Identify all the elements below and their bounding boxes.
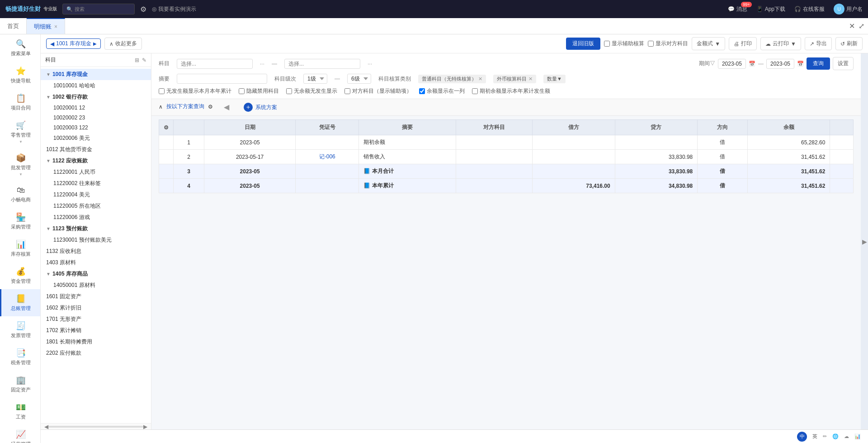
settings-icon[interactable]: ⚙ [140,5,146,14]
checkbox-opening-balance-input[interactable] [472,88,478,94]
tab-maximize-icon[interactable]: ⤢ [859,22,864,30]
nav-item-salary[interactable]: 💵 工资 [0,398,40,425]
app-download-btn[interactable]: 📱 App下载 [756,5,785,13]
account-selector[interactable]: ◀ 1001 库存现金 ▶ [46,38,101,49]
nav-item-wholesale[interactable]: 📦 批发管理 ▼ [0,148,40,181]
settings-col-icon[interactable]: ⚙ [164,124,169,131]
show-contra-checkbox[interactable] [648,41,654,47]
tree-item-1801[interactable]: 1801 长期待摊费用 [41,336,151,348]
voucher-link[interactable]: 记-006 [319,153,335,160]
period-calendar-icon-1[interactable]: 📅 [749,61,755,67]
tree-item-2202[interactable]: 2202 应付账款 [41,348,151,359]
query-btn[interactable]: 查询 [807,57,830,70]
globe-status-icon[interactable]: 🌐 [832,433,839,439]
table-row[interactable]: 32023-05📘 本月合计33,830.98借31,451.62 [159,164,854,179]
edit-status-icon[interactable]: ✏ [823,433,827,439]
tree-item-14050001[interactable]: 14050001 原材料 [41,280,151,291]
tree-item-1012[interactable]: 1012 其他货币资金 [41,144,151,155]
tree-item-1122[interactable]: ▼ 1122 应收账款 [41,155,151,167]
period-calendar-icon-2[interactable]: 📅 [797,61,804,67]
table-row[interactable]: 12023-05期初余额借65,282.60 [159,135,854,150]
export-btn[interactable]: ↗ 导出 [805,37,832,50]
nav-item-capital[interactable]: 💰 资金管理 [0,262,40,289]
online-service-btn[interactable]: 🎧 在线客服 [794,5,825,13]
notification-btn[interactable]: 💬 消息 99+ [728,5,747,13]
tree-item-10020001[interactable]: 10020001 12 [41,103,151,113]
settings-btn[interactable]: 设置 [833,57,854,70]
query-collapse-icon[interactable]: ◀ [224,103,229,111]
tree-item-1132[interactable]: 1132 应收利息 [41,246,151,257]
print-btn[interactable]: 🖨 打印 [729,37,757,50]
show-aux-checkbox[interactable] [604,41,610,47]
scroll-right-icon[interactable]: ▶ [143,424,147,430]
tag-quantity[interactable]: 数量▼ [543,75,566,83]
amount-format-btn[interactable]: 金额式 ▼ [692,37,725,50]
nav-item-project[interactable]: 📋 项目合同 [0,89,40,116]
nav-item-general[interactable]: 📒 总账管理 [0,289,40,316]
nav-item-inventory[interactable]: 📊 库存核算 [0,235,40,262]
tree-item-10010001[interactable]: 10010001 哈哈哈 [41,80,151,91]
tab-close-icon[interactable]: × [54,24,57,30]
tree-item-11220006[interactable]: 11220006 游戏 [41,212,151,223]
query-settings-icon[interactable]: ⚙ [208,104,213,110]
nav-item-purchase[interactable]: 🏪 采购管理 [0,208,40,235]
checkbox-balance-col-input[interactable] [419,88,425,94]
scroll-left-icon[interactable]: ◀ [44,424,48,430]
tree-item-1123[interactable]: ▼ 1123 预付账款 [41,223,151,234]
refresh-btn[interactable]: ↺ 刷新 [835,37,863,50]
level-to-select[interactable]: 6级 [347,74,371,84]
tree-item-10020006[interactable]: 10020006 美元 [41,133,151,144]
tree-item-11220002[interactable]: 11220002 往来标签 [41,178,151,189]
tab-home[interactable]: 首页 [0,18,27,34]
tree-item-1702[interactable]: 1702 累计摊销 [41,325,151,336]
nav-item-fixed[interactable]: 🏢 固定资产 [0,371,40,398]
nav-item-retail[interactable]: 🛒 零售管理 ▼ [0,116,40,148]
scheme-circle-btn[interactable]: ＋ [244,103,253,112]
expand-btn[interactable]: ∧ 收起更多 [104,38,142,50]
subject-filter-input-2[interactable] [284,59,360,69]
tree-item-1405[interactable]: ▼ 1405 库存商品 [41,268,151,280]
demo-link[interactable]: ◎ 我要看实例演示 [152,5,196,13]
checkbox-hide-disabled-input[interactable] [239,88,245,94]
level-from-select[interactable]: 1级 [303,74,327,84]
checkbox-show-contra-input[interactable] [344,88,350,94]
tree-item-1601[interactable]: 1601 固定资产 [41,291,151,302]
user-avatar-btn[interactable]: U 用户名 [834,4,863,14]
edit-icon[interactable]: ✎ [142,57,146,63]
period-to[interactable]: 2023-05 [766,59,794,69]
lang-cn-btn[interactable]: 中 [797,432,807,442]
nav-item-shortcut[interactable]: ⭐ 快捷导航 [0,62,40,89]
tab-detail[interactable]: 明细账 × [27,18,65,34]
right-collapse-btn[interactable]: ▶ [861,53,868,429]
tree-item-11220001[interactable]: 11220001 人民币 [41,167,151,178]
checkbox-no-balance2-input[interactable] [286,88,292,94]
subject-filter-input[interactable] [177,59,253,69]
chart-status-icon[interactable]: 📊 [854,433,861,439]
tree-item-10020002[interactable]: 10020002 23 [41,113,151,123]
table-row[interactable]: 42023-05📘 本年累计73,416.0034,830.98借31,451.… [159,179,854,193]
grid-icon[interactable]: ⊞ [135,57,139,63]
checkbox-no-balance-input[interactable] [159,88,165,94]
nav-item-invoice[interactable]: 🧾 发票管理 [0,316,40,343]
tree-item-11230001[interactable]: 11230001 预付账款美元 [41,234,151,246]
tree-item-1403[interactable]: 1403 原材料 [41,257,151,268]
tree-item-1001[interactable]: ▼ 1001 库存现金 [41,69,151,80]
nav-item-ecommerce[interactable]: 🛍 小畅电商 [0,181,40,208]
tag-normal-close-icon[interactable]: ✕ [478,76,482,82]
tree-item-11220004[interactable]: 11220004 美元 [41,189,151,200]
nav-item-search[interactable]: 🔍 搜索菜单 [0,34,40,62]
lang-en-btn[interactable]: 英 [812,433,817,440]
tree-item-1701[interactable]: 1701 无形资产 [41,314,151,325]
tree-item-11220005[interactable]: 11220005 所在地区 [41,200,151,212]
tree-item-10020003[interactable]: 10020003 122 [41,123,151,133]
table-cell[interactable]: 记-006 [296,150,359,164]
period-from[interactable]: 2023-05 [718,59,746,69]
query-expand-label[interactable]: 按以下方案查询 [166,103,204,110]
tree-item-1602[interactable]: 1602 累计折旧 [41,302,151,314]
back-old-btn[interactable]: 退回旧版 [566,38,600,50]
nav-item-operation[interactable]: 📈 经营管理 [0,425,40,443]
table-row[interactable]: 22023-05-17记-006销售收入33,830.98借31,451.62 [159,150,854,164]
top-search[interactable]: 🔍 搜索 [62,4,135,14]
nav-item-tax[interactable]: 📑 税务管理 [0,343,40,371]
tag-foreign-close-icon[interactable]: ✕ [528,76,533,82]
